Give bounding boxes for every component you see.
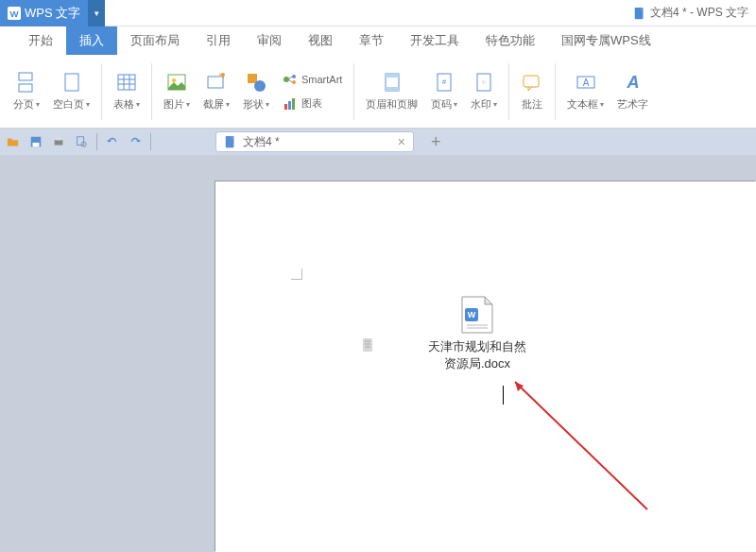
doc-tab-icon [224,135,237,148]
wps-icon: W [8,7,21,20]
menu-references[interactable]: 引用 [193,26,244,55]
doc-tab-name: 文档4 * [243,134,280,150]
document-tab[interactable]: 文档4 * × [215,131,414,152]
title-left: W WPS 文字 ▾ [0,0,105,26]
smartart-icon [283,72,298,87]
svg-rect-5 [65,74,78,91]
app-brand[interactable]: W WPS 文字 [0,0,88,26]
screenshot-button[interactable]: 截屏▾ [198,71,235,112]
textbox-icon: A [575,71,597,94]
textbox-button[interactable]: A 文本框▾ [561,71,610,112]
svg-text:W: W [9,8,19,18]
svg-point-18 [292,75,296,78]
undo-icon [106,135,119,148]
separator [101,63,102,120]
separator [555,63,556,120]
picture-button[interactable]: 图片▾ [158,71,196,112]
svg-rect-26 [386,74,399,78]
print-preview-button[interactable] [74,134,89,149]
svg-text:W: W [468,310,476,319]
shapes-button[interactable]: 形状▾ [237,71,275,112]
window-title-area: 文档4 * - WPS 文字 [633,5,748,21]
separator [150,133,151,150]
svg-text:#: # [442,78,447,86]
svg-line-20 [288,77,292,79]
menu-bar: 开始 插入 页面布局 引用 审阅 视图 章节 开发工具 特色功能 国网专属WPS… [0,26,756,55]
svg-rect-22 [284,104,287,110]
menu-features[interactable]: 特色功能 [472,26,548,55]
comment-button[interactable]: 批注 [515,71,549,112]
table-icon [115,71,138,94]
svg-text:A: A [583,78,590,88]
title-bar: W WPS 文字 ▾ 文档4 * - WPS 文字 [0,0,756,26]
shapes-icon [245,71,267,94]
svg-rect-4 [19,84,32,92]
svg-rect-24 [292,98,295,110]
workspace: W 天津市规划和自然 资源局.docx [0,155,756,552]
blank-page-icon [60,71,83,94]
menu-devtools[interactable]: 开发工具 [397,26,472,55]
comment-icon [521,71,543,94]
preview-icon [75,135,88,148]
separator [96,133,97,150]
blank-page-button[interactable]: 空白页▾ [47,71,95,112]
chart-button[interactable]: 图表 [283,96,342,112]
margin-mark [291,268,302,280]
document-page[interactable]: W 天津市规划和自然 资源局.docx [215,181,756,552]
menu-page-layout[interactable]: 页面布局 [117,26,193,55]
separator [151,63,152,120]
svg-rect-27 [386,87,399,91]
window-title: 文档4 * - WPS 文字 [650,5,748,21]
new-tab-button[interactable]: + [431,132,441,152]
svg-rect-40 [77,137,84,146]
app-name: WPS 文字 [25,5,80,22]
wordart-button[interactable]: A 艺术字 [611,71,654,112]
undo-button[interactable] [105,134,120,149]
svg-point-16 [254,80,266,92]
screenshot-icon [205,71,228,94]
save-button[interactable] [28,134,43,149]
svg-rect-3 [19,73,32,80]
svg-line-51 [515,382,647,509]
svg-point-19 [292,80,296,84]
watermark-button[interactable]: A 水印▾ [465,71,503,112]
table-button[interactable]: 表格▾ [108,71,146,112]
menu-guowang[interactable]: 国网专属WPS线 [548,26,664,55]
open-button[interactable] [6,134,21,149]
menu-section[interactable]: 章节 [346,26,397,55]
print-button[interactable] [51,134,66,149]
svg-rect-23 [288,101,291,110]
quick-access-toolbar: 文档4 * × + [0,129,756,155]
header-footer-button[interactable]: 页眉和页脚 [360,71,423,112]
wordart-icon: A [622,71,644,94]
header-footer-icon [381,71,404,94]
save-icon [29,135,43,148]
page-break-button[interactable]: 分页▾ [8,71,45,112]
app-menu-dropdown[interactable]: ▾ [88,0,105,26]
annotation-arrow [501,372,652,514]
redo-button[interactable] [128,134,143,149]
svg-rect-13 [208,77,223,88]
embedded-attachment[interactable]: W 天津市规划和自然 资源局.docx [428,295,526,372]
menu-start[interactable]: 开始 [15,26,66,55]
page-break-icon [15,71,38,94]
menu-review[interactable]: 审阅 [244,26,295,55]
close-tab-button[interactable]: × [398,134,405,149]
ribbon: 分页▾ 空白页▾ 表格▾ 图片▾ 截屏▾ 形状▾ SmartArt 图表 页眉和… [0,55,756,129]
svg-rect-39 [56,137,60,141]
folder-open-icon [7,135,20,148]
chart-icon [283,96,298,112]
redo-icon [129,135,142,148]
smartart-button[interactable]: SmartArt [283,72,342,87]
menu-insert[interactable]: 插入 [66,26,117,55]
svg-rect-37 [33,143,40,147]
svg-point-14 [221,73,225,77]
separator [353,63,354,120]
paragraph-mark-icon [362,337,375,353]
page-number-button[interactable]: # 页码▾ [425,71,463,112]
svg-rect-6 [118,75,135,90]
svg-line-21 [288,79,292,82]
svg-text:A: A [480,78,488,86]
print-icon [52,135,65,148]
menu-view[interactable]: 视图 [295,26,346,55]
